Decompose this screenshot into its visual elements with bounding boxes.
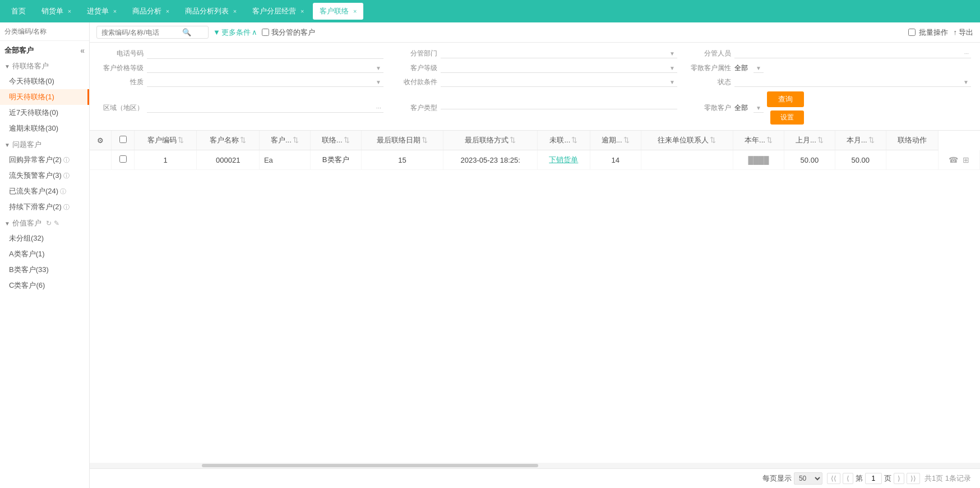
sidebar-search-input[interactable] (4, 27, 89, 35)
close-icon[interactable]: × (233, 8, 237, 15)
filter-dept-select[interactable]: ▼ (441, 49, 677, 58)
filter-region-label: 区域（地区） (99, 103, 144, 113)
filter-bar-right: 批量操作 ↑ 导出 (908, 27, 974, 38)
my-customers-checkbox[interactable] (262, 29, 269, 36)
search-bar[interactable]: 🔍 (96, 26, 209, 39)
sidebar-item-repurchase-abnormal[interactable]: 回购异常客户(2) ⓘ (0, 152, 89, 168)
col-customer-type[interactable]: 客户...⇅ (259, 131, 310, 150)
group-value-customers[interactable]: ▼ 价值客户 ↻ ✎ (0, 215, 89, 231)
filter-retail-attr-select[interactable]: ▼ (754, 64, 764, 73)
select-all-checkbox[interactable] (119, 136, 127, 143)
row-this-month (886, 150, 939, 170)
more-conditions-btn[interactable]: ▼ 更多条件 ∧ (213, 27, 257, 38)
close-icon[interactable]: × (68, 8, 71, 15)
close-icon[interactable]: × (166, 8, 169, 15)
prev-page-btn[interactable]: ⟨ (843, 473, 853, 484)
sidebar-item-class-b[interactable]: B类客户(33) (0, 262, 89, 278)
last-page-btn[interactable]: ⟩⟩ (907, 473, 920, 484)
sidebar-item-tomorrow-contact[interactable]: 明天待联络(1) (0, 89, 89, 105)
filter-customer-type-select[interactable] (441, 107, 677, 109)
my-customers-checkbox-label[interactable]: 我分管的客户 (262, 27, 315, 38)
horizontal-scrollbar[interactable] (90, 463, 980, 468)
more-icon[interactable]: ··· (376, 104, 381, 111)
col-gear[interactable]: ⚙ (90, 131, 112, 150)
first-page-btn[interactable]: ⟨⟨ (827, 473, 840, 484)
filter-status-select[interactable]: ▼ (734, 78, 971, 87)
filter-customer-level-row: 客户等级 ▼ (392, 63, 677, 73)
page-input[interactable] (865, 473, 882, 484)
col-last-contact-date[interactable]: 最后联络日期⇅ (361, 131, 443, 150)
sidebar-item-overdue-contact[interactable]: 逾期未联络(30) (0, 121, 89, 136)
sidebar-item-today-contact[interactable]: 今天待联络(0) (0, 73, 89, 89)
row-contact-count: 15 (361, 150, 443, 170)
nav-product-analysis[interactable]: 商品分析 × (126, 3, 176, 20)
search-input[interactable] (101, 29, 180, 36)
refresh-icon[interactable]: ↻ (46, 219, 52, 227)
scrollbar-thumb[interactable] (202, 464, 538, 467)
close-icon[interactable]: × (353, 8, 357, 15)
page-label: 第 (856, 473, 863, 484)
next-page-btn[interactable]: ⟩ (894, 473, 904, 484)
call-icon[interactable]: ☎ (949, 155, 958, 164)
col-last-month[interactable]: 上月...⇅ (784, 131, 835, 150)
nav-purchase-order[interactable]: 进货单 × (80, 3, 123, 20)
col-no-contact-days[interactable]: 未联...⇅ (537, 131, 590, 150)
nav-product-analysis-list[interactable]: 商品分析列表 × (178, 3, 243, 20)
filter-nature-select[interactable]: ▼ (147, 78, 383, 87)
filter-phone-label: 电话号码 (99, 49, 144, 58)
page-size-select[interactable]: 50 20 100 (794, 472, 822, 485)
row-code: 000021 (197, 150, 259, 170)
settings-icon[interactable]: ⚙ (97, 136, 104, 145)
nav-customer-stratify[interactable]: 客户分层经营 × (246, 3, 311, 20)
col-contact-count[interactable]: 联络...⇅ (310, 131, 361, 150)
filter-status-row: 状态 ▼ (686, 77, 971, 87)
filter-dept-label: 分管部门 (392, 49, 437, 58)
nav-home[interactable]: 首页 (4, 3, 33, 20)
col-this-month[interactable]: 本月...⇅ (835, 131, 886, 150)
group-problem-customers[interactable]: ▼ 问题客户 (0, 136, 89, 152)
nav-customer-contact[interactable]: 客户联络 × (313, 3, 363, 20)
col-checkbox[interactable] (112, 131, 135, 150)
pagination: ⟨⟨ ⟨ 第 页 ⟩ ⟩⟩ (827, 473, 920, 484)
filter-phone-input[interactable] (147, 48, 383, 59)
group-pending-contact[interactable]: ▼ 待联络客户 (0, 58, 89, 73)
col-last-contact-method[interactable]: 最后联络方式⇅ (443, 131, 538, 150)
sidebar-item-ungrouped[interactable]: 未分组(32) (0, 231, 89, 246)
close-icon[interactable]: × (301, 8, 304, 15)
col-customer-name[interactable]: 客户名称⇅ (197, 131, 259, 150)
row-checkbox[interactable] (112, 150, 135, 170)
col-contact-person[interactable]: 往来单位联系人⇅ (641, 131, 733, 150)
filter-manager-select[interactable]: ··· (734, 49, 971, 58)
col-this-year[interactable]: 本年...⇅ (733, 131, 784, 150)
search-icon[interactable]: 🔍 (182, 28, 191, 36)
collapse-icon[interactable]: « (80, 46, 85, 55)
sidebar-item-churn-warning[interactable]: 流失预警客户(3) ⓘ (0, 168, 89, 183)
nav-sales-order[interactable]: 销货单 × (35, 3, 78, 20)
query-button[interactable]: 查询 (767, 91, 804, 107)
sidebar-item-class-c[interactable]: C类客户(6) (0, 278, 89, 293)
filter-price-level-select[interactable]: ▼ (147, 64, 383, 73)
chevron-down-icon: ▼ (756, 105, 761, 111)
filter-customer-level-select[interactable]: ▼ (441, 64, 677, 73)
filter-retail-attr-value: 全部 (734, 63, 748, 73)
all-customers-title[interactable]: 全部客户 « (0, 41, 89, 58)
filter-region-select[interactable]: ··· (147, 103, 383, 113)
col-customer-code[interactable]: 客户编码⇅ (135, 131, 197, 150)
row-last-contact-method[interactable]: 下销货单 (537, 150, 590, 170)
qr-icon[interactable]: ⊞ (963, 155, 969, 164)
sidebar-item-churned[interactable]: 已流失客户(24) ⓘ (0, 183, 89, 199)
settings-button[interactable]: 设置 (770, 111, 804, 125)
filter-payment-select[interactable]: ▼ (441, 78, 677, 87)
sidebar-item-declining[interactable]: 持续下滑客户(2) ⓘ (0, 199, 89, 215)
filter-retail-customer-select[interactable]: ▼ (754, 104, 764, 113)
filter-dept-row: 分管部门 ▼ (392, 48, 677, 59)
col-overdue[interactable]: 逾期...⇅ (590, 131, 641, 150)
sidebar-item-7day-contact[interactable]: 近7天待联络(0) (0, 105, 89, 121)
row-last-contact-date: 2023-05-23 18:25: (443, 150, 538, 170)
sidebar-item-class-a[interactable]: A类客户(1) (0, 246, 89, 262)
close-icon[interactable]: × (113, 8, 117, 15)
edit-icon[interactable]: ✎ (54, 219, 59, 227)
batch-op-checkbox[interactable] (908, 29, 916, 36)
batch-op-btn[interactable]: 批量操作 (908, 27, 948, 38)
export-btn[interactable]: ↑ 导出 (954, 27, 974, 38)
